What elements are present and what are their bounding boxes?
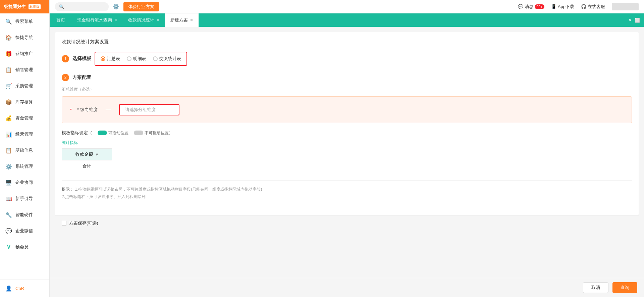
radio-cross[interactable]: 交叉统计表 xyxy=(153,56,181,62)
sidebar-item-enterprise[interactable]: 🖥️ 企业协同 xyxy=(0,175,49,191)
enterprise-icon: 🖥️ xyxy=(5,180,12,186)
sidebar-item-label: 企业微信 xyxy=(15,228,33,234)
stats-table: 收款金额 ∨ 合计 xyxy=(62,148,112,172)
step2-header: 2 方案配置 xyxy=(62,74,632,81)
finance-icon: 💰 xyxy=(5,115,12,121)
sidebar-item-label: 智能硬件 xyxy=(15,212,33,218)
tab-home[interactable]: 首页 xyxy=(50,13,72,27)
dimension-required-marker: * xyxy=(70,107,72,112)
guide-icon: 📖 xyxy=(5,196,12,202)
sidebar-logo: 畅捷通好生 标准版 xyxy=(0,0,49,13)
close-icon[interactable]: ✕ xyxy=(114,18,117,22)
sidebar-item-inventory[interactable]: 📦 库存核算 xyxy=(0,94,49,110)
radio-detail[interactable]: 明细表 xyxy=(127,56,146,62)
tab-bank-flow[interactable]: 现金银行流水查询 ✕ xyxy=(72,13,123,27)
purchase-icon: 🛒 xyxy=(5,83,12,89)
close-icon[interactable]: ✕ xyxy=(156,18,160,22)
sidebar-logo-text: 畅捷通好生 xyxy=(4,4,26,10)
tab-new-plan-label: 新建方案 xyxy=(170,17,188,23)
tabbar: 首页 现金银行流水查询 ✕ 收款情况统计 ✕ 新建方案 ✕ ✕ ⬜ xyxy=(50,13,644,27)
no-drag-indicator xyxy=(134,131,143,135)
query-button[interactable]: 查询 xyxy=(612,282,637,293)
topbar-search-box[interactable]: 🔍 xyxy=(55,2,109,11)
stats-table-body: 合计 xyxy=(62,160,112,172)
metrics-header-text: 模板指标设定（ xyxy=(62,130,92,136)
tabbar-controls: ✕ ⬜ xyxy=(624,18,644,23)
close-icon[interactable]: ✕ xyxy=(190,18,193,22)
close-window-icon[interactable]: ✕ xyxy=(628,18,632,23)
tab-new-plan[interactable]: 新建方案 ✕ xyxy=(165,13,199,27)
tab-collection-stats[interactable]: 收款情况统计 ✕ xyxy=(123,13,165,27)
dimension-config: 汇总维度（必选） * * 纵向维度 — 请选择分组维度 xyxy=(62,87,632,123)
step1-header: 1 选择模板 汇总表 明细表 xyxy=(62,52,632,66)
arrow-icon: — xyxy=(106,107,111,113)
sidebar-item-quick-nav[interactable]: 🏠 快捷导航 xyxy=(0,30,49,46)
sidebar-item-search-menu[interactable]: 🔍 搜索菜单 xyxy=(0,13,49,30)
sidebar-item-marketing[interactable]: 🎁 营销推广 xyxy=(0,46,49,62)
cancel-button[interactable]: 取消 xyxy=(583,282,608,293)
sidebar-item-operations[interactable]: 📊 经营管理 xyxy=(0,126,49,142)
save-checkbox[interactable] xyxy=(62,221,66,226)
drag-badge: 可拖动位置 xyxy=(98,130,128,136)
sidebar-item-label: 企业协同 xyxy=(15,180,33,186)
topbar-right: 💬 消息 99+ 📱 App下载 🎧 在线客服 xyxy=(518,3,639,10)
sidebar-item-label: 营销推广 xyxy=(15,51,33,57)
sidebar-item-basic-info[interactable]: 📋 基础信息 xyxy=(0,142,49,158)
step1-number: 1 xyxy=(62,55,69,62)
home-icon: 🏠 xyxy=(5,35,12,41)
gift-icon: 🎁 xyxy=(5,51,12,57)
content-area: 收款情况统计方案设置 1 选择模板 汇总表 xyxy=(50,27,644,278)
radio-dot-summary xyxy=(101,56,105,61)
sidebar-item-member[interactable]: V 畅会员 xyxy=(0,239,49,255)
inventory-icon: 📦 xyxy=(5,99,12,105)
dimension-selector[interactable]: 请选择分组维度 xyxy=(119,104,179,115)
trial-button[interactable]: 体验行业方案 xyxy=(123,2,159,11)
sidebar-item-label: 销售管理 xyxy=(15,67,33,73)
tab-home-label: 首页 xyxy=(56,17,65,23)
message-button[interactable]: 💬 消息 99+ xyxy=(518,4,544,10)
sidebar-item-label: 系统管理 xyxy=(15,163,33,169)
sidebar-item-hardware[interactable]: 🔧 智能硬件 xyxy=(0,207,49,223)
sidebar-item-guide[interactable]: 📖 新手引导 xyxy=(0,191,49,207)
sidebar-item-label: 基础信息 xyxy=(15,147,33,153)
sidebar-item-purchase[interactable]: 🛒 采购管理 xyxy=(0,78,49,94)
sidebar-item-system[interactable]: ⚙️ 系统管理 xyxy=(0,158,49,175)
sidebar-item-sales[interactable]: 📋 销售管理 xyxy=(0,62,49,78)
radio-dot-cross xyxy=(153,56,158,61)
wechat-icon: 💬 xyxy=(5,228,12,234)
settings-icon[interactable]: ⚙️ xyxy=(113,3,119,10)
metrics-header: 模板指标设定（ 可拖动位置 不可拖动位置） xyxy=(62,130,632,136)
sidebar-bottom-item-1[interactable]: 👤 CaR xyxy=(0,283,49,294)
chevron-down-icon[interactable]: ∨ xyxy=(96,152,98,157)
main-area: 🔍 ⚙️ 体验行业方案 💬 消息 99+ 📱 App下载 🎧 在线客服 首页 xyxy=(50,0,644,297)
step1-section: 1 选择模板 汇总表 明细表 xyxy=(62,52,632,66)
sidebar-item-finance[interactable]: 💰 资金管理 xyxy=(0,110,49,126)
sidebar-bottom-label: CaR xyxy=(15,286,24,291)
tips-section: 提示： 1.拖动标题栏可以调整布局，不可跨维度或指标区域拖动栏目字段(只能在同一… xyxy=(62,180,632,200)
step2-number: 2 xyxy=(62,74,69,81)
tab-bank-flow-label: 现金银行流水查询 xyxy=(77,17,112,23)
member-icon: V xyxy=(5,244,12,250)
sidebar-item-label: 资金管理 xyxy=(15,115,33,121)
metrics-section: 模板指标设定（ 可拖动位置 不可拖动位置） 统计指标 收款金额 xyxy=(62,130,632,172)
user-avatar[interactable] xyxy=(612,3,639,10)
tab-collection-stats-label: 收款情况统计 xyxy=(128,17,154,23)
service-label: 在线客服 xyxy=(588,4,605,10)
sidebar-item-label: 库存核算 xyxy=(15,99,33,105)
operations-icon: 📊 xyxy=(5,131,12,138)
download-button[interactable]: 📱 App下载 xyxy=(551,4,574,10)
sidebar-item-wechat[interactable]: 💬 企业微信 xyxy=(0,223,49,239)
service-button[interactable]: 🎧 在线客服 xyxy=(581,4,605,10)
radio-summary[interactable]: 汇总表 xyxy=(101,56,120,62)
stats-table-header[interactable]: 收款金额 ∨ xyxy=(62,149,112,160)
subtotal-label: 合计 xyxy=(83,163,91,168)
page-title: 收款情况统计方案设置 xyxy=(62,39,632,45)
stats-item-label: 收款金额 xyxy=(75,151,93,157)
tips-label: 提示： xyxy=(62,187,74,192)
tips-text: 提示： 1.拖动标题栏可以调整布局，不可跨维度或指标区域拖动栏目字段(只能在同一… xyxy=(62,186,632,200)
search-icon: 🔍 xyxy=(5,18,12,25)
sidebar-item-label: 畅会员 xyxy=(15,244,29,250)
expand-icon[interactable]: ⬜ xyxy=(635,18,640,23)
sidebar-logo-badge: 标准版 xyxy=(29,4,41,9)
tip1-text: 1.拖动标题栏可以调整布局，不可跨维度或指标区域拖动栏目字段(只能在同一维度或指… xyxy=(75,187,262,192)
